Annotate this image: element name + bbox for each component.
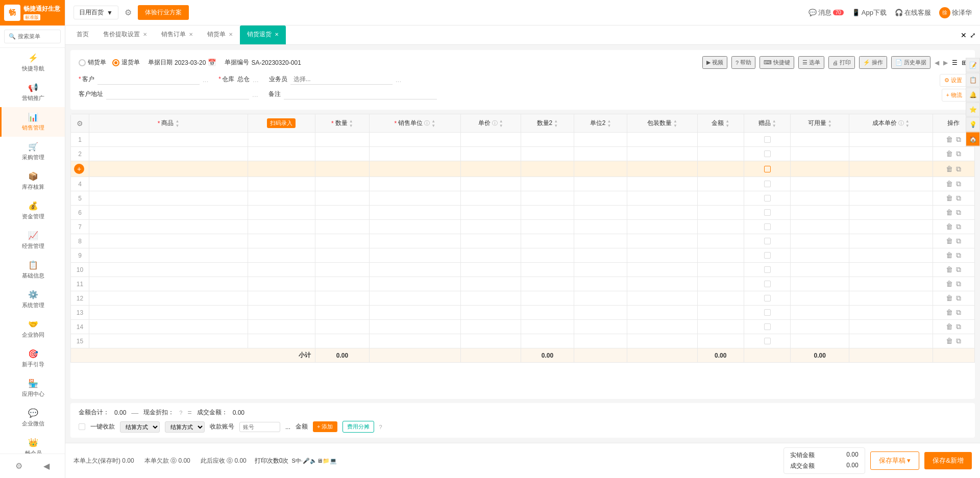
fee-info-icon[interactable]: ? bbox=[379, 424, 382, 430]
sidebar-item-appstore[interactable]: 🏪 应用中心 bbox=[0, 373, 65, 403]
float-btn-5[interactable]: 💡 bbox=[966, 117, 980, 132]
price-info-icon[interactable]: ⓘ bbox=[492, 119, 498, 127]
print-button[interactable]: 🖨 打印 bbox=[828, 56, 855, 69]
customer-addr-input[interactable] bbox=[106, 89, 249, 99]
table-settings-icon[interactable]: ⚙ bbox=[77, 119, 83, 128]
message-button[interactable]: 💬 消息 70 bbox=[808, 8, 844, 17]
select-order-button[interactable]: ☰ 选单 bbox=[798, 56, 824, 69]
copy-row-6-button[interactable]: ⧉ bbox=[956, 208, 961, 217]
delete-row-4-button[interactable]: 🗑 bbox=[946, 180, 953, 188]
save-new-button[interactable]: 保存&新增 bbox=[924, 452, 972, 469]
account-more-icon[interactable]: ... bbox=[285, 423, 290, 431]
tab-sales-delivery[interactable]: 销货单 ✕ bbox=[200, 26, 240, 44]
sidebar-item-wechat[interactable]: 💬 企业微信 bbox=[0, 403, 65, 433]
cost-info-icon[interactable]: ⓘ bbox=[898, 119, 904, 127]
float-btn-3[interactable]: 🔔 bbox=[966, 88, 980, 102]
tab-home[interactable]: 首页 bbox=[69, 26, 96, 44]
settings-bottom-button[interactable]: ⚙ bbox=[13, 459, 24, 473]
delete-row-7-button[interactable]: 🗑 bbox=[946, 222, 953, 231]
sidebar-item-sales[interactable]: 📊 销售管理 bbox=[0, 107, 65, 137]
copy-row-9-button[interactable]: ⧉ bbox=[956, 251, 961, 260]
gift-checkbox-12[interactable] bbox=[764, 295, 771, 301]
gift-checkbox-4[interactable] bbox=[764, 181, 771, 187]
collapse-sidebar-button[interactable]: ◀ bbox=[41, 459, 52, 473]
delete-row-6-button[interactable]: 🗑 bbox=[946, 208, 953, 217]
gift-checkbox-13[interactable] bbox=[764, 309, 771, 316]
one-key-payment-checkbox[interactable] bbox=[79, 423, 85, 430]
app-download-button[interactable]: 📱 App下载 bbox=[852, 8, 887, 17]
gift-checkbox-5[interactable] bbox=[764, 195, 771, 202]
copy-row-1-button[interactable]: ⧉ bbox=[956, 135, 961, 144]
delete-row-2-button[interactable]: 🗑 bbox=[946, 149, 953, 158]
copy-row-15-button[interactable]: ⧉ bbox=[956, 337, 961, 345]
sidebar-item-finance[interactable]: 💰 资金管理 bbox=[0, 196, 65, 225]
gift-checkbox-3[interactable] bbox=[764, 166, 771, 172]
sidebar-item-newbie[interactable]: 🎯 新手引导 bbox=[0, 344, 65, 373]
delete-row-14-button[interactable]: 🗑 bbox=[946, 322, 953, 331]
search-menu-button[interactable]: 🔍 搜索菜单 bbox=[4, 30, 61, 43]
copy-row-5-button[interactable]: ⧉ bbox=[956, 194, 961, 203]
tab-sales-order[interactable]: 销售订单 ✕ bbox=[154, 26, 200, 44]
list-view-button[interactable]: ☰ bbox=[952, 59, 958, 66]
gift-checkbox-1[interactable] bbox=[764, 136, 771, 143]
user-profile-button[interactable]: 徐 徐泽华 bbox=[939, 7, 972, 18]
online-service-button[interactable]: 🎧 在线客服 bbox=[895, 8, 931, 17]
radio-delivery[interactable]: 销货单 bbox=[79, 58, 106, 67]
customer-input[interactable] bbox=[97, 74, 200, 85]
sidebar-item-member[interactable]: 👑 畅会员 bbox=[0, 433, 65, 454]
radio-return[interactable]: 退货单 bbox=[112, 58, 140, 67]
experience-button[interactable]: 体验行业方案 bbox=[138, 5, 189, 20]
float-btn-4[interactable]: ⭐ bbox=[966, 103, 980, 117]
copy-row-13-button[interactable]: ⧉ bbox=[956, 308, 961, 317]
staff-input[interactable] bbox=[290, 74, 393, 85]
customer-more-icon[interactable]: ... bbox=[203, 76, 209, 84]
sidebar-item-enterprise[interactable]: 🤝 企业协同 bbox=[0, 314, 65, 344]
calc-method-select[interactable]: 结算方式 bbox=[165, 421, 205, 433]
fee-split-button[interactable]: 费用分摊 bbox=[342, 421, 374, 433]
gift-checkbox-14[interactable] bbox=[764, 323, 771, 330]
logistics-button[interactable]: + 物流 bbox=[942, 89, 967, 102]
delete-row-11-button[interactable]: 🗑 bbox=[946, 280, 953, 288]
settlement-method-select[interactable]: 结算方式 bbox=[120, 421, 160, 433]
gift-checkbox-11[interactable] bbox=[764, 281, 771, 287]
sidebar-item-system[interactable]: ⚙️ 系统管理 bbox=[0, 285, 65, 314]
maximize-button[interactable]: ⤢ bbox=[970, 31, 976, 39]
copy-row-3-button[interactable]: ⧉ bbox=[956, 165, 961, 173]
copy-row-7-button[interactable]: ⧉ bbox=[956, 222, 961, 231]
float-btn-2[interactable]: 📋 bbox=[966, 73, 980, 87]
delete-row-8-button[interactable]: 🗑 bbox=[946, 237, 953, 245]
account-no-input[interactable] bbox=[239, 422, 280, 432]
gift-checkbox-2[interactable] bbox=[764, 150, 771, 157]
gift-checkbox-8[interactable] bbox=[764, 238, 771, 244]
delete-row-1-button[interactable]: 🗑 bbox=[946, 135, 953, 144]
remark-input[interactable] bbox=[284, 89, 437, 99]
prev-record-button[interactable]: ◀ bbox=[935, 59, 939, 66]
sidebar-item-marketing[interactable]: 📢 营销推广 bbox=[0, 78, 65, 107]
close-sales-order-tab[interactable]: ✕ bbox=[189, 32, 193, 37]
close-sales-return-tab[interactable]: ✕ bbox=[275, 32, 279, 37]
delete-row-10-button[interactable]: 🗑 bbox=[946, 265, 953, 274]
product-input-row3[interactable] bbox=[92, 165, 244, 172]
gift-checkbox-7[interactable] bbox=[764, 223, 771, 230]
float-btn-1[interactable]: 📝 bbox=[966, 58, 980, 72]
next-record-button[interactable]: ▶ bbox=[943, 59, 948, 66]
delete-row-12-button[interactable]: 🗑 bbox=[946, 294, 953, 303]
sidebar-item-operations[interactable]: 📈 经营管理 bbox=[0, 225, 65, 255]
gift-checkbox-9[interactable] bbox=[764, 252, 771, 259]
staff-more-icon[interactable]: ... bbox=[396, 76, 402, 84]
copy-row-11-button[interactable]: ⧉ bbox=[956, 280, 961, 288]
close-tab-button[interactable]: ✕ bbox=[961, 31, 967, 39]
delete-row-15-button[interactable]: 🗑 bbox=[946, 337, 953, 345]
delete-row-3-button[interactable]: 🗑 bbox=[946, 165, 953, 173]
sidebar-item-basic[interactable]: 📋 基础信息 bbox=[0, 255, 65, 285]
close-price-settings-tab[interactable]: ✕ bbox=[143, 32, 147, 37]
industry-selector[interactable]: 日用百货 ▼ bbox=[74, 6, 118, 19]
copy-row-2-button[interactable]: ⧉ bbox=[956, 149, 961, 158]
addr-more-icon[interactable]: ... bbox=[252, 90, 258, 98]
float-btn-6[interactable]: 🏠 bbox=[966, 132, 980, 146]
video-button[interactable]: ▶ 视频 bbox=[702, 56, 727, 69]
gift-checkbox-6[interactable] bbox=[764, 209, 771, 216]
copy-row-14-button[interactable]: ⧉ bbox=[956, 322, 961, 331]
add-row-button[interactable]: + bbox=[74, 164, 84, 174]
settings-side-button[interactable]: ⚙ 设置 bbox=[940, 74, 967, 87]
